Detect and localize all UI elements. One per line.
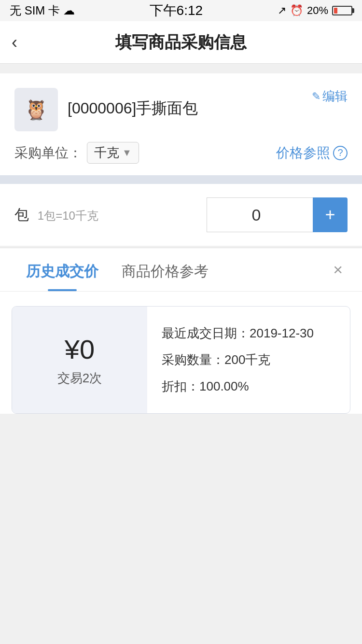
tx-qty-value: 200千克 (224, 352, 270, 367)
tx-date-label: 最近成交日期： (162, 326, 250, 340)
tx-details: 最近成交日期：2019-12-30 采购数量：200千克 折扣：100.00% (147, 307, 350, 413)
product-owl-icon: 🦉 (24, 98, 48, 121)
close-panel-button[interactable]: × (328, 251, 348, 289)
tx-qty-label: 采购数量： (162, 352, 224, 367)
quantity-row: 包 1包=10千克 + (0, 184, 362, 246)
tx-discount-value: 100.00% (199, 379, 249, 393)
sim-status: 无 SIM 卡 ☁ (10, 3, 75, 18)
qty-unit: 包 (14, 207, 29, 223)
status-bar: 无 SIM 卡 ☁ 下午6:12 ↗ ⏰ 20% (0, 0, 362, 21)
tx-count: 交易2次 (57, 370, 102, 387)
qty-hint: 1包=10千克 (38, 209, 98, 222)
tabs-list: 历史成交价 商品价格参考 (14, 248, 220, 291)
nav-bar: ‹ 填写商品采购信息 (0, 21, 362, 64)
section-divider (0, 175, 362, 184)
product-name: [0000006]手撕面包 (68, 98, 198, 119)
alarm-icon: ⏰ (290, 4, 303, 17)
tx-qty-row: 采购数量：200千克 (162, 350, 335, 369)
status-time: 下午6:12 (150, 1, 203, 20)
help-icon: ? (333, 146, 348, 160)
price-ref-button[interactable]: 价格参照 ? (276, 144, 348, 162)
battery-pct: 20% (307, 4, 328, 17)
qty-plus-button[interactable]: + (313, 197, 348, 232)
tx-summary: ¥0 交易2次 (12, 307, 147, 413)
unit-value: 千克 (94, 144, 119, 161)
battery-icon (332, 6, 352, 15)
unit-select[interactable]: 千克 ▼ (87, 142, 139, 164)
product-card: 🦉 [0000006]手撕面包 ✎ 编辑 采购单位： 千克 ▼ 价格参照 ? (0, 73, 362, 175)
bottom-area (0, 428, 362, 644)
status-left: 无 SIM 卡 ☁ (10, 3, 75, 18)
product-image: 🦉 (14, 88, 58, 131)
edit-button[interactable]: ✎ 编辑 (312, 88, 348, 105)
transaction-card: ¥0 交易2次 最近成交日期：2019-12-30 采购数量：200千克 折扣：… (12, 306, 350, 414)
price-reference-panel: 历史成交价 商品价格参考 × ¥0 交易2次 最近成交日期：2019-12-30… (0, 248, 362, 414)
tx-discount-row: 折扣：100.00% (162, 377, 335, 396)
status-right: ↗ ⏰ 20% (278, 4, 352, 17)
plus-icon: + (325, 205, 335, 225)
location-icon: ↗ (278, 4, 286, 17)
back-button[interactable]: ‹ (12, 32, 17, 53)
tab-history-price[interactable]: 历史成交价 (14, 248, 110, 291)
price-ref-label: 价格参照 (276, 144, 330, 162)
unit-label: 采购单位： (14, 144, 82, 162)
page-title: 填写商品采购信息 (115, 31, 247, 54)
edit-icon: ✎ (312, 90, 320, 103)
tx-discount-label: 折扣： (162, 379, 199, 393)
qty-controls: + (207, 197, 348, 232)
tab-product-price-ref[interactable]: 商品价格参考 (110, 248, 220, 291)
chevron-down-icon: ▼ (122, 147, 132, 158)
tx-price: ¥0 (65, 334, 95, 365)
tx-date-row: 最近成交日期：2019-12-30 (162, 324, 335, 343)
tx-date-value: 2019-12-30 (250, 326, 314, 340)
tabs-bar: 历史成交价 商品价格参考 × (0, 248, 362, 292)
qty-input[interactable] (207, 197, 313, 232)
